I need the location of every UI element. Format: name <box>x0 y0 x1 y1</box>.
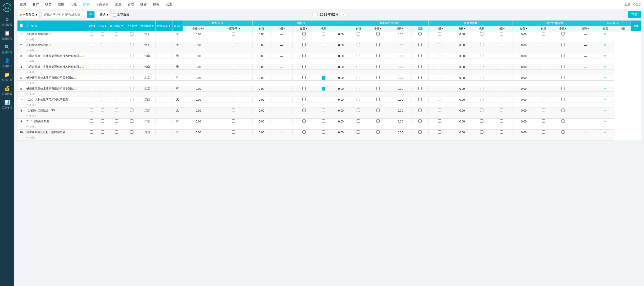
edu-check[interactable] <box>418 109 422 112</box>
city-revoke-check[interactable] <box>376 65 380 68</box>
clear-card-checkbox[interactable] <box>101 54 104 57</box>
paid-tax-cell[interactable] <box>125 108 139 113</box>
clear-card-cell[interactable] <box>97 130 108 135</box>
fullscreen-btn[interactable]: 全屏 <box>624 2 630 7</box>
city-revoke[interactable] <box>367 53 389 59</box>
search-input[interactable] <box>42 11 87 18</box>
edit-icon[interactable]: ✏ <box>604 76 607 80</box>
vat-chk2[interactable] <box>315 130 332 135</box>
edit-icon[interactable]: ✏ <box>604 98 607 101</box>
city-chk[interactable] <box>350 42 367 48</box>
copy-tax-cell[interactable] <box>86 97 97 102</box>
edu-check[interactable] <box>418 87 422 90</box>
stamp-revoke-check[interactable] <box>561 87 565 90</box>
city-chk[interactable] <box>350 130 367 135</box>
vat-check1[interactable] <box>302 76 306 79</box>
annual-chk[interactable] <box>214 75 252 81</box>
copy-tax-cell[interactable] <box>86 130 97 135</box>
confirm-checkbox[interactable] <box>115 130 118 134</box>
edit-cell[interactable]: ✏ <box>597 53 614 59</box>
edit-icon[interactable]: ✏ <box>604 109 607 112</box>
copy-tax-cell[interactable] <box>86 86 97 92</box>
vat-check1[interactable] <box>302 98 306 101</box>
copy-tax-cell[interactable] <box>86 75 97 81</box>
copy-tax-checkbox[interactable] <box>90 65 93 68</box>
paid-checkbox[interactable] <box>130 76 133 79</box>
edit-cell[interactable]: ✏ <box>597 119 614 124</box>
annual-chk[interactable] <box>214 42 252 48</box>
confirm-checkbox[interactable] <box>115 65 118 68</box>
edu-check[interactable] <box>418 130 422 134</box>
stamp-revoke-check[interactable] <box>561 65 565 68</box>
local-check[interactable] <box>480 32 483 35</box>
vat-chk1[interactable] <box>293 64 315 70</box>
stamp-revoke[interactable] <box>552 53 574 59</box>
edu-check[interactable] <box>418 43 422 46</box>
city-revoke-check[interactable] <box>376 32 380 35</box>
local-revoke-check[interactable] <box>500 54 503 57</box>
vat-check1[interactable] <box>302 54 306 57</box>
vat-chk2[interactable] <box>315 108 332 113</box>
sidebar-item-baoshuilulu[interactable]: 📁 报税记录 <box>0 70 14 84</box>
city-check[interactable] <box>357 119 360 123</box>
nav-home[interactable]: 首页 <box>17 0 29 9</box>
clear-card-checkbox[interactable] <box>101 87 104 90</box>
local-revoke-check[interactable] <box>500 87 503 90</box>
edit-cell[interactable]: ✏ <box>597 130 614 135</box>
clear-card-cell[interactable] <box>97 42 108 48</box>
local-revoke-check[interactable] <box>500 130 503 134</box>
confirm-checkbox[interactable] <box>115 43 118 46</box>
vat-chk1[interactable] <box>293 75 315 81</box>
sidebar-item-baoshuishezhi[interactable]: ⚙ 报税设置 <box>0 15 14 28</box>
edu-chk[interactable] <box>412 130 428 135</box>
local-check[interactable] <box>480 109 483 112</box>
paid-checkbox[interactable] <box>130 119 133 123</box>
clear-card-checkbox[interactable] <box>101 32 104 35</box>
sidebar-item-piliangshuishui[interactable]: 📋 批量报税 <box>0 28 14 42</box>
confirm-checkbox[interactable] <box>115 119 118 123</box>
paid-tax-cell[interactable] <box>125 42 139 48</box>
confirm-checkbox[interactable] <box>115 76 118 79</box>
city-check[interactable] <box>357 130 360 134</box>
vat-chk1[interactable] <box>293 42 315 48</box>
nav-manage[interactable]: 管理 <box>125 0 137 9</box>
clear-card-cell[interactable] <box>97 97 108 102</box>
employee-filter[interactable]: 全部员工 ▾ <box>17 11 40 18</box>
confirm-checkbox[interactable] <box>115 32 118 35</box>
city-revoke-check[interactable] <box>376 76 380 79</box>
checkbox[interactable] <box>322 130 325 134</box>
nav-industry[interactable]: 工商项目 <box>93 0 112 9</box>
edit-cell[interactable]: ✏ <box>597 31 614 37</box>
edu-revoke[interactable] <box>428 75 451 81</box>
edu-revoke-check[interactable] <box>438 65 441 68</box>
city-check[interactable] <box>357 76 360 79</box>
edu-revoke-check[interactable] <box>438 32 441 35</box>
edu-check[interactable] <box>418 76 422 79</box>
confirm-cell[interactable] <box>108 42 125 48</box>
edu-revoke[interactable] <box>428 130 451 135</box>
clear-card-cell[interactable] <box>97 86 108 92</box>
city-revoke[interactable] <box>367 42 389 48</box>
vat-chk1[interactable] <box>293 97 315 102</box>
local-revoke-check[interactable] <box>500 76 503 79</box>
vat-check1[interactable] <box>302 43 306 46</box>
clear-card-cell[interactable] <box>97 119 108 124</box>
confirm-checkbox[interactable] <box>115 98 118 101</box>
city-revoke[interactable] <box>367 130 389 135</box>
local-check[interactable] <box>480 130 483 134</box>
city-chk[interactable] <box>350 75 367 81</box>
local-check[interactable] <box>480 98 483 101</box>
stamp-chk[interactable] <box>535 86 552 92</box>
clear-card-checkbox[interactable] <box>101 65 104 68</box>
copy-tax-checkbox[interactable] <box>90 76 93 79</box>
local-revoke[interactable] <box>490 31 513 37</box>
local-revoke[interactable] <box>490 75 513 81</box>
city-check[interactable] <box>357 65 360 68</box>
city-chk[interactable] <box>350 31 367 37</box>
edit-icon[interactable]: ✏ <box>604 32 607 36</box>
stamp-revoke-check[interactable] <box>561 98 565 101</box>
stamp-revoke[interactable] <box>552 130 574 135</box>
paid-checkbox[interactable] <box>130 130 133 134</box>
annual-chk[interactable] <box>214 97 252 102</box>
edu-revoke[interactable] <box>428 97 451 102</box>
